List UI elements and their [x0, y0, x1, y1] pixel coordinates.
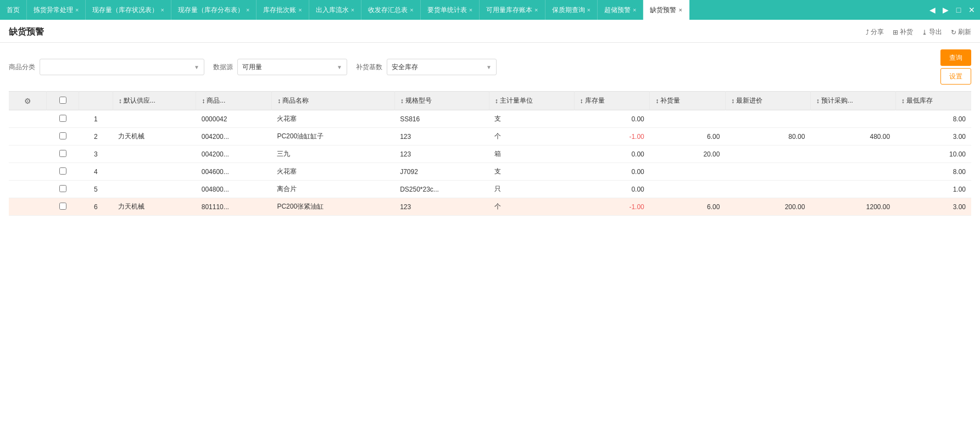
col-stock-sort-icon: ↕: [580, 97, 583, 105]
select-all-checkbox[interactable]: [59, 97, 66, 104]
row-purchase-3: [810, 163, 895, 181]
row-stock-0: 0.00: [574, 110, 650, 128]
tab-receivesummary[interactable]: 收发存汇总表 ×: [361, 0, 420, 20]
tab-shortage-close[interactable]: ×: [678, 7, 682, 13]
row-name-3: 火花塞: [271, 163, 394, 181]
tab-demand-close[interactable]: ×: [469, 7, 472, 13]
row-supplier-2: [113, 145, 196, 163]
row-checkbox-4[interactable]: [59, 185, 66, 192]
row-stock-1: -1.00: [574, 128, 650, 145]
row-supplier-4: [113, 181, 196, 198]
tab-batch-close[interactable]: ×: [298, 7, 302, 13]
row-stock-4: 0.00: [574, 181, 650, 198]
table-row: 5 004800... 离合片 DS250*23c... 只 0.00 1.00: [9, 181, 971, 198]
row-price-3: [725, 163, 810, 181]
export-button[interactable]: ⤓ 导出: [922, 27, 942, 37]
tab-inout-close[interactable]: ×: [351, 7, 354, 13]
row-checkbox-0[interactable]: [59, 115, 66, 122]
row-check-2[interactable]: [47, 145, 79, 163]
tab-stock-status[interactable]: 现存量（库存状况表） ×: [86, 0, 171, 20]
category-select[interactable]: ▼: [40, 59, 204, 75]
col-replenish-sort-icon: ↕: [655, 97, 659, 105]
tab-home[interactable]: 首页: [0, 0, 27, 20]
query-button[interactable]: 查询: [940, 49, 971, 66]
tab-demand[interactable]: 要货单统计表 ×: [421, 0, 480, 20]
row-check-1[interactable]: [47, 128, 79, 145]
tab-available-close[interactable]: ×: [534, 7, 538, 13]
refresh-button[interactable]: ↻ 刷新: [951, 27, 971, 37]
row-code-2: 004200...: [196, 145, 272, 163]
row-replenish-3: [650, 163, 726, 181]
row-seq-5: 6: [79, 198, 113, 216]
filter-actions: 查询 设置: [940, 49, 971, 85]
row-minstock-5: 3.00: [895, 198, 971, 216]
tab-inout[interactable]: 出入库流水 ×: [309, 0, 361, 20]
col-name-sort-icon: ↕: [277, 97, 281, 105]
row-unit-0: 支: [489, 110, 574, 128]
row-checkbox-3[interactable]: [59, 167, 66, 175]
col-unit-sort-icon: ↕: [495, 97, 498, 105]
row-checkbox-1[interactable]: [59, 132, 66, 139]
row-name-0: 火花塞: [271, 110, 394, 128]
row-minstock-3: 8.00: [895, 163, 971, 181]
tab-stock-dist[interactable]: 现存量（库存分布表） ×: [171, 0, 257, 20]
row-checkbox-5[interactable]: [59, 203, 66, 210]
col-price: ↕ 最新进价: [725, 92, 810, 110]
settings-button[interactable]: 设置: [940, 68, 971, 85]
tab-overstock-close[interactable]: ×: [633, 7, 636, 13]
row-name-4: 离合片: [271, 181, 394, 198]
col-spec: ↕ 规格型号: [394, 92, 489, 110]
row-unit-3: 支: [489, 163, 574, 181]
tab-available[interactable]: 可用量库存账本 ×: [480, 0, 545, 20]
tab-exception[interactable]: 拣货异常处理 ×: [27, 0, 86, 20]
row-purchase-5: 1200.00: [810, 198, 895, 216]
col-purchase-sort-icon: ↕: [816, 97, 820, 105]
tab-stock-status-close[interactable]: ×: [160, 7, 164, 13]
tab-receivesummary-close[interactable]: ×: [410, 7, 413, 13]
row-check-5[interactable]: [47, 198, 79, 216]
tab-shortage[interactable]: 缺货预警 ×: [643, 0, 689, 20]
replenish-base-label: 补货基数: [356, 63, 382, 72]
tab-prev-btn[interactable]: ◀: [926, 4, 938, 16]
replenish-base-select[interactable]: 安全库存 ▼: [387, 59, 497, 75]
row-supplier-0: [113, 110, 196, 128]
replenish-base-value: 安全库存: [392, 63, 418, 72]
col-code-sort-icon: ↕: [202, 97, 205, 105]
category-chevron-icon: ▼: [194, 64, 199, 70]
row-code-5: 801110...: [196, 198, 272, 216]
share-button[interactable]: ⤴ 分享: [866, 27, 884, 37]
row-name-5: PC200张紧油缸: [271, 198, 394, 216]
category-label: 商品分类: [9, 63, 35, 72]
row-name-2: 三九: [271, 145, 394, 163]
replenish-button[interactable]: ⊞ 补货: [893, 27, 913, 37]
tab-overstock[interactable]: 超储预警 ×: [598, 0, 643, 20]
row-price-2: [725, 145, 810, 163]
tab-exception-close[interactable]: ×: [75, 7, 79, 13]
tab-expiry[interactable]: 保质期查询 ×: [545, 0, 598, 20]
tab-pin-btn[interactable]: □: [953, 4, 965, 16]
col-name: ↕ 商品名称: [271, 92, 394, 110]
row-seq-4: 5: [79, 181, 113, 198]
table-row: 1 0000042 火花塞 SS816 支 0.00 8.00: [9, 110, 971, 128]
tab-stock-dist-close[interactable]: ×: [246, 7, 249, 13]
row-purchase-0: [810, 110, 895, 128]
tab-close-btn[interactable]: ✕: [966, 4, 978, 16]
row-spec-3: J7092: [394, 163, 489, 181]
row-code-3: 004600...: [196, 163, 272, 181]
datasource-select[interactable]: 可用量 ▼: [237, 59, 347, 75]
row-check-3[interactable]: [47, 163, 79, 181]
tab-expiry-close[interactable]: ×: [587, 7, 591, 13]
row-check-4[interactable]: [47, 181, 79, 198]
row-supplier-3: [113, 163, 196, 181]
row-code-0: 0000042: [196, 110, 272, 128]
table-row: 6 力天机械 801110... PC200张紧油缸 123 个 -1.00 6…: [9, 198, 971, 216]
tab-next-btn[interactable]: ▶: [939, 4, 951, 16]
row-checkbox-2[interactable]: [59, 150, 66, 157]
row-spec-5: 123: [394, 198, 489, 216]
col-replenish: ↕ 补货量: [650, 92, 726, 110]
column-settings-icon[interactable]: ⚙: [24, 97, 31, 105]
row-check-0[interactable]: [47, 110, 79, 128]
col-supplier-sort-icon: ↕: [119, 97, 122, 105]
tab-batch[interactable]: 库存批次账 ×: [257, 0, 309, 20]
row-unit-4: 只: [489, 181, 574, 198]
